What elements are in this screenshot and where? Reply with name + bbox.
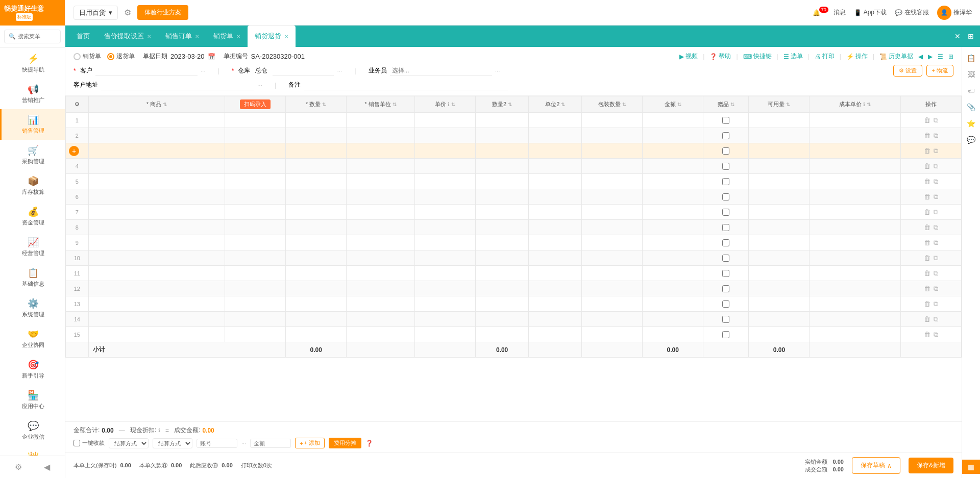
delete-row-button[interactable]: 🗑 [923,315,931,323]
copy-row-button[interactable]: ⧉ [933,116,939,125]
close-icon[interactable]: ✕ [195,34,199,39]
close-icon[interactable]: ✕ [284,34,288,39]
customer-input[interactable] [95,65,198,76]
copy-row-button[interactable]: ⧉ [933,223,939,232]
tag-button[interactable]: 🏷 [966,84,977,98]
copy-row-button[interactable]: ⧉ [933,238,939,247]
split-button[interactable]: 费用分摊 [329,438,361,448]
close-icon[interactable]: ✕ [147,34,151,39]
gift-sort-icon[interactable]: ⇅ [730,102,734,107]
image-button[interactable]: 🖼 [966,67,977,82]
copy-row-button[interactable]: ⧉ [933,192,939,202]
tab-menu-button[interactable]: ⊞ [966,31,976,41]
save-new-button[interactable]: 保存&新增 [909,458,953,473]
settings-bottom-button[interactable]: ⚙ [13,460,24,474]
gift-checkbox[interactable] [722,193,729,200]
copy-row-button[interactable]: ⧉ [933,284,939,293]
search-menu-button[interactable]: 🔍 搜索菜单 [4,30,61,43]
scan-input-button[interactable]: 扫码录入 [240,99,271,109]
copy-row-button[interactable]: ⧉ [933,208,939,217]
view-list-button[interactable]: ☰ [938,53,943,60]
copy-row-button[interactable]: ⧉ [933,177,939,186]
delete-row-button[interactable]: 🗑 [923,116,931,124]
copy-row-button[interactable]: ⧉ [933,269,939,278]
quantity-sort-icon[interactable]: ⇅ [322,102,326,107]
sidebar-item-appstore[interactable]: 🏪 应用中心 [0,385,65,415]
sidebar-item-shortcut[interactable]: ⚡ 快捷导航 [0,48,65,79]
gift-checkbox[interactable] [722,224,729,231]
delete-row-button[interactable]: 🗑 [923,177,931,186]
gift-checkbox[interactable] [722,178,729,185]
table-settings-icon[interactable]: ⚙ [75,101,80,107]
delete-row-button[interactable]: 🗑 [923,299,931,308]
sidebar-item-wechat[interactable]: 💬 企业微信 [0,415,65,446]
copy-row-button[interactable]: ⧉ [933,299,939,309]
gift-checkbox[interactable] [722,239,729,246]
salesperson-input[interactable] [390,65,492,76]
delete-row-button[interactable]: 🗑 [923,254,931,262]
gift-checkbox[interactable] [722,331,729,338]
shortcut-button[interactable]: ⌨ 快捷键 [743,52,772,61]
gift-checkbox[interactable] [722,132,729,139]
account-number-input[interactable] [197,439,237,448]
settlement-method-select[interactable]: 结算方式 [109,438,149,448]
gift-checkbox[interactable] [722,117,729,124]
add-payment-button[interactable]: + + 添加 [295,438,325,448]
sidebar-item-purchase[interactable]: 🛒 采购管理 [0,140,65,170]
copy-row-button[interactable]: ⧉ [933,330,939,339]
gift-checkbox[interactable] [722,209,729,216]
user-menu[interactable]: 👤 徐泽华 [937,6,972,20]
available-sort-icon[interactable]: ⇅ [786,102,790,107]
help-button[interactable]: ❓ 帮助 [709,52,731,61]
sidebar-item-newbie[interactable]: 🎯 新手引导 [0,354,65,385]
delete-row-button[interactable]: 🗑 [923,131,931,140]
sidebar-item-operations[interactable]: 📈 经营管理 [0,232,65,262]
sidebar-item-basic[interactable]: 📋 基础信息 [0,262,65,293]
package-sort-icon[interactable]: ⇅ [622,102,626,107]
close-icon[interactable]: ✕ [236,34,240,39]
delete-row-button[interactable]: 🗑 [923,330,931,339]
warehouse-input[interactable] [273,65,334,76]
add-row-button[interactable]: + [69,146,79,156]
history-button[interactable]: 📜 历史单据 [879,52,913,61]
collapse-button[interactable]: ◀ [42,460,52,474]
trial-button[interactable]: 体验行业方案 [137,5,188,20]
return-radio[interactable]: 退货单 [107,52,135,61]
gift-checkbox[interactable] [722,147,729,155]
save-draft-button[interactable]: 保存草稿 ∧ [852,457,900,474]
sidebar-item-marketing[interactable]: 📢 营销推广 [0,79,65,109]
tab-close-button[interactable]: ✕ [952,31,963,41]
paperclip-button[interactable]: 📎 [965,100,977,114]
gift-checkbox[interactable] [722,270,729,277]
one-key-payment-input[interactable] [74,440,80,446]
cost-sort-icon[interactable]: ⇅ [867,102,871,107]
address-input[interactable] [101,80,254,90]
delete-row-button[interactable]: 🗑 [923,269,931,278]
star-button[interactable]: ⭐ [965,116,977,131]
copy-row-button[interactable]: ⧉ [933,315,939,324]
remark-input[interactable] [304,80,508,90]
salesperson-dots[interactable]: ··· [495,67,500,74]
copy-row-button[interactable]: ⧉ [933,131,939,140]
view-grid-button[interactable]: ⊞ [948,53,953,60]
gift-checkbox[interactable] [722,300,729,308]
amount-sort-icon[interactable]: ⇅ [677,102,681,107]
tab-sale-price[interactable]: 售价提取设置 ✕ [97,26,158,47]
calendar-icon[interactable]: 📅 [208,53,215,60]
split-help-icon[interactable]: ❓ [365,440,373,447]
gift-checkbox[interactable] [722,285,729,292]
discount-info-icon[interactable]: ℹ [158,427,160,433]
delete-row-button[interactable]: 🗑 [923,146,931,155]
delete-row-button[interactable]: 🗑 [923,223,931,232]
gift-checkbox[interactable] [722,163,729,170]
qty2-sort-icon[interactable]: ⇅ [508,102,512,107]
prev-record-button[interactable]: ◀ [918,53,923,60]
price-sort-icon[interactable]: ⇅ [451,102,455,107]
price-info-icon[interactable]: ℹ [448,102,450,107]
account-dots[interactable]: ··· [241,440,246,446]
account-select[interactable]: 结算方式 [153,438,192,448]
sidebar-item-finance[interactable]: 💰 资金管理 [0,201,65,232]
settings-action-button[interactable]: ⚙ 设置 [893,65,922,77]
delete-row-button[interactable]: 🗑 [923,162,931,170]
delete-row-button[interactable]: 🗑 [923,208,931,216]
